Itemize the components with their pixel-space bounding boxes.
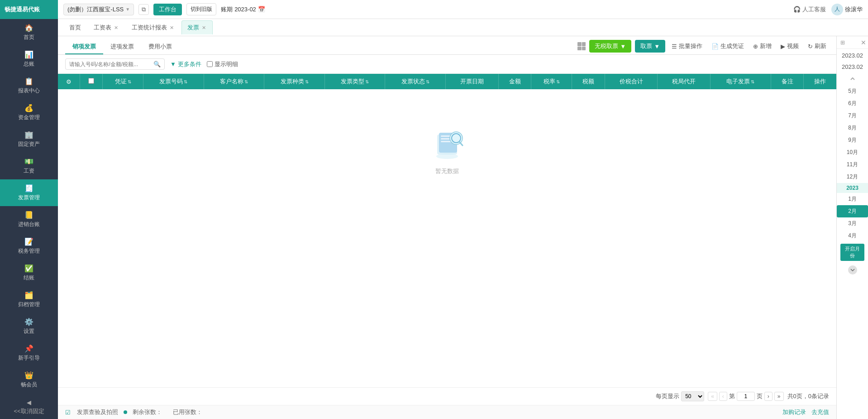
report-icon: 📋 <box>24 77 33 86</box>
th-settings[interactable]: ⚙ <box>58 74 80 89</box>
select-all-checkbox[interactable] <box>88 78 94 84</box>
last-page-btn[interactable]: » <box>774 392 784 401</box>
switch-old-btn[interactable]: 切到旧版 <box>186 3 216 15</box>
tab-invoice-label: 发票 <box>187 24 199 32</box>
date-month-6[interactable]: 6月 <box>837 97 868 110</box>
show-detail-checkbox-wrap[interactable]: 显示明细 <box>207 60 238 68</box>
tab-salary[interactable]: 工资表 ✕ <box>88 20 125 34</box>
date-month-11[interactable]: 11月 <box>837 159 868 171</box>
sidebar-item-tax[interactable]: 📝 税务管理 <box>0 233 58 260</box>
copy-icon-btn[interactable]: ⧉ <box>138 4 149 15</box>
th-e-invoice[interactable]: 电子发票 ⇅ <box>711 74 771 89</box>
filter-icon: ▼ <box>170 61 176 67</box>
sub-tab-sales[interactable]: 销项发票 <box>65 40 103 54</box>
th-tax-rate[interactable]: 税率 ⇅ <box>531 74 572 89</box>
sidebar-item-sales-ledger[interactable]: 📒 进销台账 <box>0 206 58 233</box>
per-page-dropdown[interactable]: 50 100 200 <box>681 391 704 401</box>
tab-salary-report-close-btn[interactable]: ✕ <box>169 24 175 31</box>
sidebar-item-fund[interactable]: 💰 资金管理 <box>0 99 58 126</box>
top-bar: (勿删）江西服宝-LSS ▼ ⧉ 工作台 切到旧版 账期 2023-02 📅 🎧… <box>58 0 868 19</box>
gen-voucher-icon: 📄 <box>711 43 719 50</box>
tab-invoice-close-btn[interactable]: ✕ <box>201 24 207 31</box>
date-month-9[interactable]: 9月 <box>837 134 868 146</box>
sidebar-item-settings[interactable]: ⚙️ 设置 <box>0 313 58 340</box>
sidebar-item-invoice[interactable]: 🧾 发票管理 <box>0 179 58 206</box>
no-tax-ticket-btn[interactable]: 无税取票 ▼ <box>589 40 631 53</box>
th-total: 价税合计 <box>605 74 658 89</box>
first-page-btn[interactable]: « <box>708 392 717 401</box>
date-month-12[interactable]: 12月 <box>837 171 868 183</box>
company-selector[interactable]: (勿删）江西服宝-LSS ▼ <box>63 4 134 15</box>
tab-salary-report[interactable]: 工资统计报表 ✕ <box>126 20 181 34</box>
tab-invoice[interactable]: 发票 ✕ <box>181 20 213 34</box>
purchase-record-link[interactable]: 加购记录 <box>782 408 806 416</box>
video-icon: ▶ <box>781 43 785 50</box>
prev-months-list: 5月 6月 7月 8月 9月 10月 11月 12月 <box>837 85 868 183</box>
th-customer[interactable]: 客户名称 ⇅ <box>204 74 264 89</box>
sidebar-item-report[interactable]: 📋 报表中心 <box>0 72 58 99</box>
sidebar-item-salary[interactable]: 💵 工资 <box>0 153 58 179</box>
sidebar-item-fixed-assets[interactable]: 🏢 固定资产 <box>0 126 58 153</box>
filter-btn[interactable]: ▼ 更多条件 <box>170 60 201 68</box>
th-invoice-type[interactable]: 发票类型 ⇅ <box>324 74 385 89</box>
page-input[interactable] <box>737 392 755 401</box>
open-period-btn[interactable]: 开启月份 <box>840 244 864 261</box>
sidebar-item-checkout[interactable]: ✅ 结账 <box>0 260 58 286</box>
sidebar-item-ledger[interactable]: 📊 总账 <box>0 46 58 72</box>
th-invoice-no[interactable]: 发票号码 ⇅ <box>143 74 204 89</box>
fund-icon: 💰 <box>24 104 33 112</box>
sub-tab-purchase[interactable]: 进项发票 <box>103 40 141 54</box>
user-btn[interactable]: 人 徐滚华 <box>831 4 863 15</box>
date-month-5[interactable]: 5月 <box>837 85 868 97</box>
batch-op-btn[interactable]: ☰ 批量操作 <box>669 40 705 52</box>
sidebar-item-archive[interactable]: 🗂️ 归档管理 <box>0 286 58 313</box>
tab-home[interactable]: 首页 <box>63 20 87 34</box>
search-input[interactable] <box>69 61 152 67</box>
fixed-assets-icon: 🏢 <box>24 130 33 139</box>
recharge-link[interactable]: 去充值 <box>811 408 829 416</box>
th-invoice-category[interactable]: 发票种类 ⇅ <box>264 74 325 89</box>
date-month-10[interactable]: 10月 <box>837 146 868 159</box>
search-input-wrap[interactable]: 🔍 <box>65 58 165 70</box>
prev-page-btn[interactable]: ‹ <box>719 392 727 401</box>
grid-icon-btn[interactable] <box>577 42 586 50</box>
th-checkbox[interactable] <box>80 74 103 89</box>
sidebar-item-home[interactable]: 🏠 首页 <box>0 19 58 46</box>
invoice-check-label: 发票查验及拍照 <box>77 408 118 416</box>
date-month-3[interactable]: 3月 <box>837 217 868 230</box>
tab-salary-close-btn[interactable]: ✕ <box>113 24 119 31</box>
curr-months-list: 1月 2月 3月 4月 <box>837 193 868 242</box>
workbench-btn[interactable]: 工作台 <box>153 4 182 15</box>
show-detail-checkbox[interactable] <box>207 61 213 67</box>
date-month-7[interactable]: 7月 <box>837 110 868 122</box>
gen-voucher-btn[interactable]: 📄 生成凭证 <box>709 40 747 52</box>
date-month-4[interactable]: 4月 <box>837 230 868 242</box>
th-voucher[interactable]: 凭证 ⇅ <box>103 74 143 89</box>
sidebar-item-guide[interactable]: 📌 新手引导 <box>0 340 58 366</box>
video-btn[interactable]: ▶ 视频 <box>778 40 801 52</box>
sidebar-collapse-btn[interactable]: ◀ <<取消固定 <box>0 395 58 419</box>
date-panel-expand-icon[interactable]: ⊞ <box>840 39 845 46</box>
service-btn[interactable]: 🎧 人工客服 <box>793 5 826 14</box>
date-panel-close-icon[interactable]: ✕ <box>861 39 866 46</box>
new-btn[interactable]: ⊕ 新增 <box>750 40 774 52</box>
date-item-2023-02-a[interactable]: 2023.02 <box>837 50 868 61</box>
circle-down-icon[interactable] <box>848 265 857 275</box>
tab-salary-label: 工资表 <box>94 24 111 32</box>
sub-tab-bar: 销项发票 进项发票 费用小票 无税取票 <box>58 36 836 55</box>
sort-customer-icon: ⇅ <box>244 79 248 84</box>
sidebar-item-member[interactable]: 👑 畅会员 <box>0 366 58 393</box>
date-panel-up-btn[interactable] <box>837 72 868 85</box>
date-month-1[interactable]: 1月 <box>837 193 868 205</box>
sort-status-icon: ⇅ <box>426 79 429 84</box>
date-panel-down-btn[interactable] <box>837 263 868 277</box>
refresh-btn[interactable]: ↻ 刷新 <box>805 40 829 52</box>
date-month-2-active[interactable]: 2月 <box>837 205 868 217</box>
next-page-btn[interactable]: › <box>764 392 773 401</box>
sub-tab-expense[interactable]: 费用小票 <box>141 40 179 54</box>
date-month-8[interactable]: 8月 <box>837 122 868 134</box>
date-item-2023-02-b[interactable]: 2023.02 <box>837 61 868 72</box>
settings-col-icon: ⚙ <box>66 78 72 85</box>
take-ticket-btn[interactable]: 取票 ▼ <box>635 40 665 53</box>
th-invoice-status[interactable]: 发票状态 ⇅ <box>385 74 446 89</box>
